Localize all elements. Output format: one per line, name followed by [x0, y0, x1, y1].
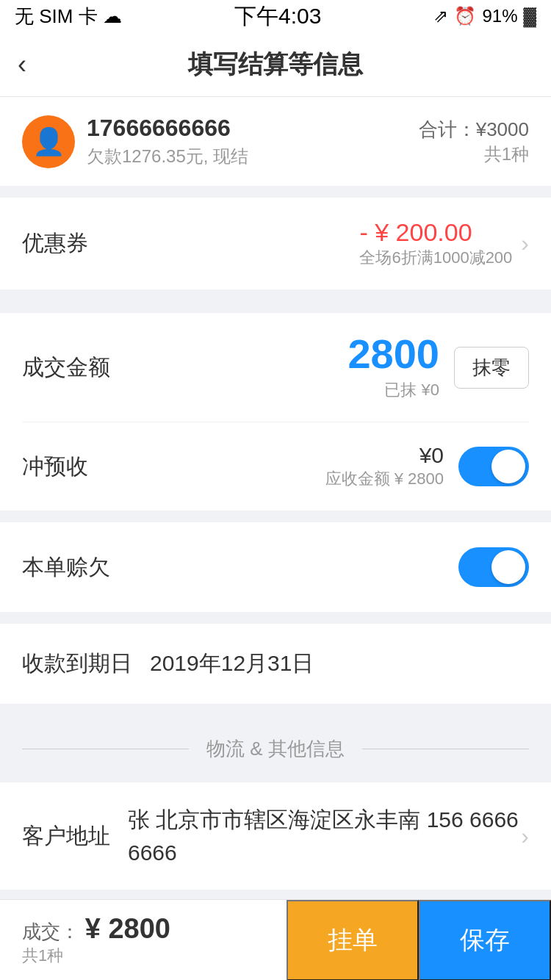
prepay-value: ¥0: [325, 443, 444, 468]
summary-label: 成交：: [22, 920, 79, 943]
round-button[interactable]: 抹零: [454, 347, 529, 389]
total-count: 共1种: [419, 143, 529, 166]
bottom-bar: 成交： ¥ 2800 共1种 挂单 保存: [0, 899, 551, 980]
coupon-section: 优惠券 - ¥ 200.00 全场6折满1000减200 ›: [0, 198, 551, 289]
coupon-row[interactable]: 优惠券 - ¥ 200.00 全场6折满1000减200 ›: [0, 198, 551, 289]
nav-bar: ‹ 填写结算等信息: [0, 32, 551, 97]
debt-label: 本单赊欠: [22, 552, 110, 583]
prepay-toggle[interactable]: [458, 447, 529, 486]
amount-block: 2800 已抹 ¥0: [347, 334, 439, 401]
due-row: 收款到期日 2019年12月31日: [0, 624, 551, 704]
divider-3: [0, 612, 551, 624]
coupon-value: - ¥ 200.00: [359, 218, 512, 247]
coupon-chevron: ›: [521, 230, 529, 257]
logistics-line-left: [22, 749, 189, 749]
status-left: 无 SIM 卡 ☁: [15, 4, 122, 29]
back-button[interactable]: ‹: [18, 49, 26, 80]
total-label: 合计：¥3000: [419, 117, 529, 143]
amount-row: 成交金额 2800 已抹 ¥0 抹零: [22, 313, 529, 422]
divider-2: [0, 511, 551, 522]
debt-row: 本单赊欠: [0, 522, 551, 612]
logistics-header: 物流 & 其他信息: [0, 716, 551, 782]
battery-icon: ▓: [524, 6, 537, 26]
pending-button[interactable]: 挂单: [287, 900, 419, 981]
prepay-row: 冲预收 ¥0 应收金额 ¥ 2800: [22, 422, 529, 511]
divider-4: [0, 704, 551, 716]
amount-section: 成交金额 2800 已抹 ¥0 抹零 冲预收 ¥0 应收金额 ¥ 2800: [0, 313, 551, 511]
coupon-label: 优惠券: [22, 228, 88, 259]
avatar: 👤: [22, 115, 75, 168]
divider-1: [0, 301, 551, 313]
amount-value: 2800: [347, 334, 439, 375]
due-date-value: 2019年12月31日: [150, 649, 314, 679]
location-icon: ⇗: [433, 6, 448, 26]
battery-label: 91%: [482, 6, 517, 26]
address-value: 张 北京市市辖区海淀区永丰南 156 6666 6666: [128, 803, 521, 869]
coupon-block: - ¥ 200.00 全场6折满1000减200: [359, 218, 512, 269]
customer-total: 合计：¥3000 共1种: [419, 117, 529, 166]
main-content: 👤 17666666666 欠款1276.35元, 现结 合计：¥3000 共1…: [0, 97, 551, 980]
address-label: 客户地址: [22, 821, 110, 851]
customer-info: 17666666666 欠款1276.35元, 现结: [87, 115, 248, 168]
address-row[interactable]: 客户地址 张 北京市市辖区海淀区永丰南 156 6666 6666 ›: [0, 782, 551, 890]
status-bar: 无 SIM 卡 ☁ 下午4:03 ⇗ ⏰ 91% ▓: [0, 0, 551, 32]
coupon-desc: 全场6折满1000减200: [359, 247, 512, 269]
customer-left: 👤 17666666666 欠款1276.35元, 现结: [22, 115, 248, 168]
prepay-right: ¥0 应收金额 ¥ 2800: [325, 443, 529, 490]
page-title: 填写结算等信息: [188, 48, 363, 82]
customer-phone: 17666666666: [87, 115, 248, 142]
bottom-summary: 成交： ¥ 2800 共1种: [0, 913, 287, 967]
due-date-label: 收款到期日: [22, 649, 132, 679]
status-right: ⇗ ⏰ 91% ▓: [433, 6, 536, 26]
address-chevron: ›: [521, 823, 529, 850]
avatar-icon: 👤: [32, 126, 65, 157]
save-button[interactable]: 保存: [419, 900, 551, 981]
summary-top: 成交： ¥ 2800: [22, 913, 264, 945]
customer-card: 👤 17666666666 欠款1276.35元, 现结 合计：¥3000 共1…: [0, 97, 551, 186]
debt-toggle[interactable]: [458, 547, 529, 587]
amount-label: 成交金额: [22, 353, 110, 383]
prepay-label: 冲预收: [22, 452, 88, 482]
status-time: 下午4:03: [234, 1, 321, 32]
logistics-title: 物流 & 其他信息: [189, 736, 362, 762]
logistics-line-right: [362, 749, 529, 749]
customer-debt: 欠款1276.35元, 现结: [87, 145, 248, 168]
sim-wifi-label: 无 SIM 卡 ☁: [15, 4, 122, 29]
prepay-sub: 应收金额 ¥ 2800: [325, 468, 444, 490]
amount-sub: 已抹 ¥0: [347, 379, 439, 401]
amount-right: 2800 已抹 ¥0 抹零: [347, 334, 529, 401]
summary-count: 共1种: [22, 945, 264, 967]
prepay-value-block: ¥0 应收金额 ¥ 2800: [325, 443, 444, 490]
alarm-icon: ⏰: [454, 6, 476, 26]
summary-amount: ¥ 2800: [85, 913, 170, 944]
coupon-right: - ¥ 200.00 全场6折满1000减200 ›: [359, 218, 529, 269]
